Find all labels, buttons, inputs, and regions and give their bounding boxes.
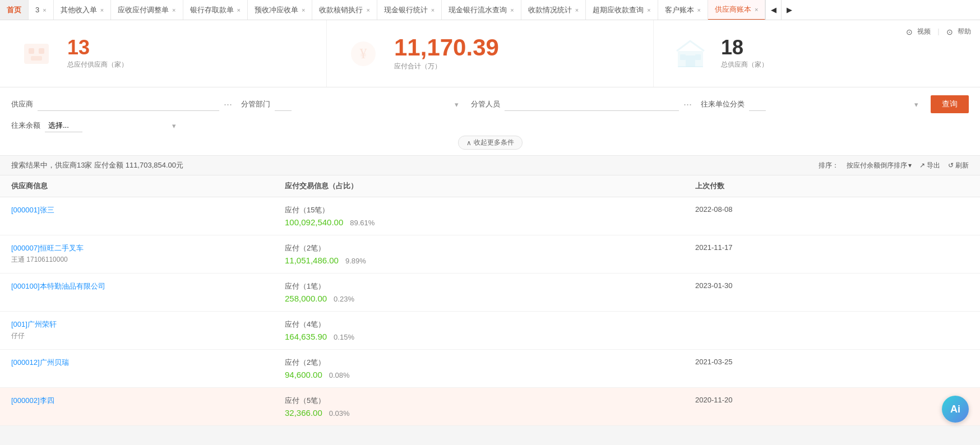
svg-text:¥: ¥ [360, 45, 367, 62]
supplier-info-cell: [000012]广州贝瑞 [11, 358, 285, 368]
dept-select[interactable] [275, 98, 292, 111]
close-icon[interactable]: × [237, 7, 241, 13]
nav-supplier-ledger[interactable]: 供应商账本 × [708, 0, 765, 20]
svg-rect-9 [695, 54, 701, 60]
close-icon[interactable]: × [302, 7, 305, 13]
close-icon[interactable]: × [575, 7, 579, 13]
close-icon[interactable]: × [510, 7, 514, 13]
shop-icon [671, 34, 710, 73]
nav-next-arrow[interactable]: ▶ [781, 0, 797, 20]
nav-home[interactable]: 首页 [0, 0, 29, 20]
person-field: 分管人员 ··· [471, 98, 692, 111]
svg-rect-2 [39, 48, 44, 54]
nav-collect-stat-label: 收款情况统计 [528, 5, 572, 15]
last-pay-cell: 2021-11-17 [695, 243, 969, 252]
nav-tab-3-label: 3 [35, 6, 39, 14]
supplier-link[interactable]: [000002]李四 [11, 396, 54, 405]
collapse-button[interactable]: ∧ 收起更多条件 [458, 136, 523, 150]
tx-label: 应付（1笔） [285, 281, 695, 291]
close-icon[interactable]: × [172, 7, 175, 13]
supplier-link[interactable]: [000100]本特勤油品有限公司 [11, 282, 105, 290]
nav-cash-bank-flow[interactable]: 现金银行流水查询 × [442, 0, 521, 20]
person-input[interactable] [505, 98, 679, 111]
refresh-button[interactable]: ↺ 刷新 [948, 161, 969, 170]
supplier-label: 总应付供应商（家） [67, 60, 128, 69]
nav-tab-3[interactable]: 3 × [29, 0, 54, 20]
close-icon[interactable]: × [43, 7, 46, 13]
svg-rect-1 [29, 48, 34, 54]
tx-amount: 94,600.00 [285, 370, 322, 379]
summary-bar: 13 总应付供应商（家） ¥ 11,170.39 应付合计（万） [0, 20, 980, 87]
nav-collect-stat[interactable]: 收款情况统计 × [521, 0, 586, 20]
tx-percent: 9.89% [345, 257, 366, 265]
close-icon[interactable]: × [697, 7, 701, 13]
refresh-label: 刷新 [955, 161, 969, 170]
svg-rect-3 [31, 56, 42, 61]
top-right-links: ⊙ 视频 ｜ ⊙ 帮助 [906, 27, 971, 36]
tx-amount: 11,051,486.00 [285, 256, 339, 265]
ai-button[interactable]: Ai [942, 396, 969, 423]
nav-overdue-ar[interactable]: 超期应收款查询 × [586, 0, 658, 20]
svg-rect-8 [680, 54, 686, 60]
nav-bank-deposit[interactable]: 银行存取款单 × [183, 0, 248, 20]
table-row: [000012]广州贝瑞 应付（2笔） 94,600.00 0.08% 2021… [0, 350, 980, 388]
close-icon[interactable]: × [431, 7, 434, 13]
supplier-info-cell: [001]广州荣轩 仔仔 [11, 319, 285, 341]
query-button[interactable]: 查询 [931, 95, 969, 113]
tx-info-cell: 应付（2笔） 94,600.00 0.08% [285, 358, 695, 379]
unit-select[interactable] [749, 98, 766, 111]
nav-other-income[interactable]: 其他收入单 × [54, 0, 111, 20]
supplier-field-label: 供应商 [11, 99, 33, 109]
supplier-input[interactable] [38, 98, 219, 111]
close-icon[interactable]: × [100, 7, 104, 13]
supplier-link[interactable]: [001]广州荣轩 [11, 320, 57, 328]
sort-text: 按应付余额倒序排序 [847, 161, 907, 170]
tx-info-cell: 应付（1笔） 258,000.00 0.23% [285, 281, 695, 303]
nav-cash-bank-stat[interactable]: 现金银行统计 × [377, 0, 442, 20]
last-pay-cell: 2022-08-08 [695, 205, 969, 214]
supplier-link[interactable]: [000001]张三 [11, 206, 54, 214]
supplier-dots-icon[interactable]: ··· [224, 99, 232, 110]
total-supplier-count: 18 [721, 38, 768, 58]
nav-supplier-ledger-label: 供应商账本 [715, 4, 751, 15]
nav-ar-ap-adjust[interactable]: 应收应付调整单 × [111, 0, 183, 20]
sort-label: 排序： [819, 161, 839, 170]
nav-prev-arrow[interactable]: ◀ [765, 0, 781, 20]
close-icon[interactable]: × [366, 7, 369, 13]
summary-card-suppliers: 13 总应付供应商（家） [0, 20, 327, 87]
sort-button[interactable]: 按应付余额倒序排序 ▾ [847, 161, 912, 170]
tx-label: 应付（2笔） [285, 243, 695, 253]
nav-prepay-ar[interactable]: 预收冲应收单 × [248, 0, 312, 20]
tx-info-cell: 应付（2笔） 11,051,486.00 9.89% [285, 243, 695, 265]
tx-percent: 0.03% [329, 409, 350, 418]
results-bar: 搜索结果中，供应商13家 应付金额 111,703,854.00元 排序： 按应… [0, 156, 980, 175]
supplier-link[interactable]: [000012]广州贝瑞 [11, 358, 69, 367]
table-header: 供应商信息 应付交易信息（占比） 上次付数 [0, 175, 980, 197]
supplier-link[interactable]: [000007]恒旺二手叉车 [11, 244, 84, 252]
export-icon: ↗ [919, 161, 925, 169]
tx-label: 应付（15笔） [285, 205, 695, 215]
close-icon[interactable]: × [647, 7, 650, 13]
nav-customer-ledger[interactable]: 客户账本 × [658, 0, 708, 20]
table-row: [000007]恒旺二手叉车 王通 17106110000 应付（2笔） 11,… [0, 235, 980, 274]
supplier-info-cell: [000002]李四 [11, 396, 285, 406]
col-tx-header: 应付交易信息（占比） [285, 181, 695, 191]
video-link[interactable]: 视频 [917, 27, 931, 36]
tx-label: 应付（2笔） [285, 358, 695, 368]
close-icon[interactable]: × [755, 6, 758, 13]
export-label: 导出 [927, 161, 940, 170]
help-link[interactable]: 帮助 [958, 27, 971, 36]
nav-cash-bank-stat-label: 现金银行统计 [384, 5, 428, 15]
balance-select[interactable]: 选择... [45, 119, 82, 132]
export-button[interactable]: ↗ 导出 [919, 161, 940, 170]
tx-percent: 0.08% [329, 371, 350, 379]
table-row: [000001]张三 应付（15笔） 100,092,540.00 89.61%… [0, 197, 980, 235]
supplier-sub: 仔仔 [11, 331, 285, 341]
total-supplier-label: 总供应商（家） [721, 60, 768, 69]
tx-label: 应付（5笔） [285, 396, 695, 406]
nav-collect-verify[interactable]: 收款核销执行 × [312, 0, 377, 20]
summary-card-amount: ¥ 11,170.39 应付合计（万） [327, 20, 654, 87]
person-dots-icon[interactable]: ··· [683, 99, 692, 110]
nav-home-label: 首页 [7, 5, 21, 15]
tx-info-cell: 应付（4笔） 164,635.90 0.15% [285, 319, 695, 341]
